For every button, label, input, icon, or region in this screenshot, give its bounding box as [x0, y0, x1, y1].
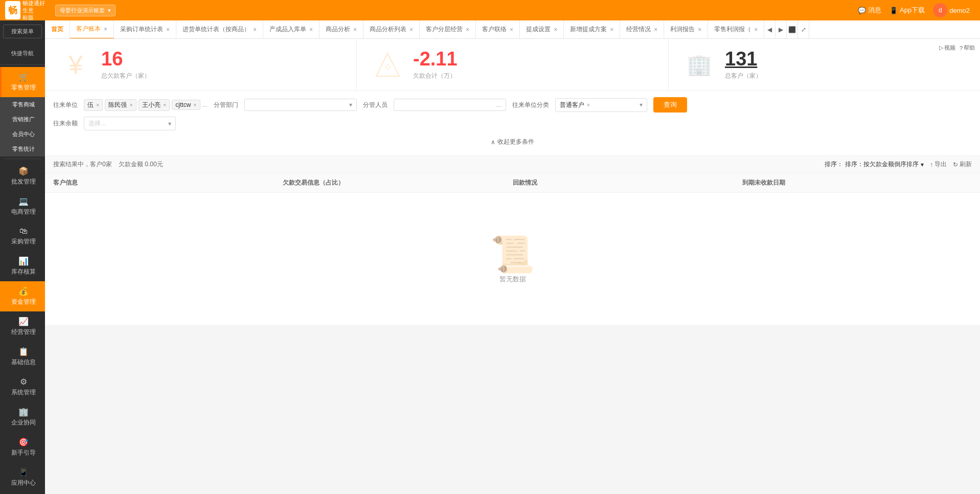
tab-expand-btn[interactable]: ⬛ — [787, 20, 798, 39]
filter-row-2: 往来余额 选择... ▾ — [53, 117, 972, 130]
sidebar-item-label: 电商管理 — [11, 208, 36, 216]
tab-customer-tier[interactable]: 客户分层经营 × — [420, 20, 476, 39]
sidebar-item-finance[interactable]: 💰 资金管理 — [0, 281, 45, 311]
tag-close-chen[interactable]: × — [129, 102, 132, 108]
tab-close-commission[interactable]: × — [554, 26, 557, 33]
tab-next-btn[interactable]: ▶ — [776, 20, 787, 39]
tab-label: 客户联络 — [482, 25, 507, 34]
unit-type-select[interactable]: 普通客户 × ▾ — [555, 98, 647, 112]
tab-home[interactable]: 首页 — [45, 20, 70, 39]
tab-close-profit[interactable]: × — [698, 26, 701, 33]
search-menu-btn[interactable]: 搜索菜单 — [3, 25, 42, 38]
sidebar-item-wholesale[interactable]: 📦 批发管理 — [0, 161, 45, 191]
sort-select[interactable]: 排序： 排序：按欠款金额倒序排序 ▾ — [825, 160, 924, 169]
tab-add-commission[interactable]: 新增提成方案 × — [564, 20, 620, 39]
query-button[interactable]: 查询 — [653, 97, 687, 113]
sidebar-item-operation[interactable]: 📈 经营管理 — [0, 311, 45, 342]
tab-close-inbound[interactable]: × — [253, 26, 257, 33]
tag-close-cjttcw[interactable]: × — [193, 102, 196, 108]
tab-fullscreen-btn[interactable]: ⤢ — [798, 20, 809, 39]
enterprise-icon: 🏢 — [18, 407, 29, 417]
message-btn[interactable]: 💬 消息 — [858, 6, 881, 15]
stat-info-1: 16 总欠款客户（家） — [101, 49, 341, 80]
tab-close-product[interactable]: × — [309, 26, 313, 33]
sidebar-item-marketing[interactable]: 营销推广 — [0, 112, 45, 127]
refresh-icon: ↻ — [953, 161, 958, 168]
sidebar-nav: 🛒 零售管理 零售商城 营销推广 会员中心 零售统计 📦 — [0, 65, 45, 494]
finance-icon: 💰 — [18, 286, 29, 296]
tab-close-retail-profit[interactable]: × — [754, 26, 758, 33]
stat-value-debt: -2.11 — [413, 49, 653, 69]
top-right: 💬 消息 📱 App下载 d demo2 — [858, 3, 975, 17]
sidebar-item-retail[interactable]: 🛒 零售管理 — [0, 67, 45, 97]
refresh-btn[interactable]: ↻ 刷新 — [953, 160, 972, 169]
tag-close-wu[interactable]: × — [96, 102, 99, 108]
tab-purchase-order-stat[interactable]: 采购订单统计表 × — [114, 20, 176, 39]
sidebar: 搜索菜单 快捷导航 🛒 零售管理 零售商城 营销推广 会员中心 — [0, 20, 45, 494]
sidebar-item-retail-stat[interactable]: 零售统计 — [0, 142, 45, 156]
sidebar-item-ecommerce[interactable]: 💻 电商管理 — [0, 191, 45, 221]
sidebar-item-label: 企业协同 — [11, 418, 36, 427]
svg-text:◇: ◇ — [384, 62, 390, 71]
sidebar-item-label: 新手引导 — [11, 448, 36, 457]
filter-area: 往来单位 伍 × 陈民强 × 王小亮 — [45, 91, 980, 156]
system-icon: ⚙ — [20, 377, 27, 387]
tab-goods-analysis[interactable]: 商品分析 × — [320, 20, 363, 39]
tab-close-customer-tier[interactable]: × — [466, 26, 469, 33]
tab-close-goods-list[interactable]: × — [409, 26, 413, 33]
sidebar-item-inventory[interactable]: 📊 库存核算 — [0, 251, 45, 281]
dept-select[interactable]: ▾ — [244, 99, 357, 111]
tab-close-add-commission[interactable]: × — [610, 26, 613, 33]
tab-customer-contact[interactable]: 客户联络 × — [476, 20, 520, 39]
tab-commission-settings[interactable]: 提成设置 × — [520, 20, 564, 39]
operation-icon: 📈 — [18, 317, 29, 326]
tab-profit-report[interactable]: 利润报告 × — [664, 20, 708, 39]
inventory-icon: 📊 — [18, 256, 29, 266]
tag-close-normal[interactable]: × — [587, 102, 590, 108]
tab-goods-analysis-list[interactable]: 商品分析列表 × — [363, 20, 420, 39]
data-table: 客户信息 欠款交易信息（占比） 回款情况 到期未收款日期 📜 暂无数据 — [45, 173, 980, 325]
tab-close-customer-ledger[interactable]: × — [104, 26, 107, 33]
app-download-btn[interactable]: 📱 App下载 — [890, 6, 925, 15]
tab-customer-ledger[interactable]: 客户账本 × — [70, 20, 114, 39]
balance-select[interactable]: 选择... ▾ — [84, 117, 176, 130]
col-header-repay: 回款情况 — [513, 178, 742, 187]
tab-prev-btn[interactable]: ◀ — [764, 20, 776, 39]
sidebar-item-enterprise[interactable]: 🏢 企业协同 — [0, 402, 45, 432]
col-header-customer: 客户信息 — [53, 178, 283, 187]
sidebar-item-retail-mall[interactable]: 零售商城 — [0, 97, 45, 112]
stat-icon-2: ◇ — [372, 50, 403, 80]
tag-close-wang[interactable]: × — [163, 102, 166, 108]
person-select[interactable]: ... — [394, 99, 506, 111]
tab-goods-inbound-stat[interactable]: 进货单统计表（按商品） × — [176, 20, 263, 39]
stat-icon-3: 🏢 — [684, 50, 715, 80]
tab-close-purchase[interactable]: × — [166, 26, 170, 33]
filter-collapse-btn[interactable]: ∧ 收起更多条件 — [491, 134, 534, 149]
account-selector[interactable]: 母婴行业演示账套 ▾ — [55, 5, 116, 16]
sidebar-item-basic[interactable]: 📋 基础信息 — [0, 342, 45, 372]
question-icon: ? — [960, 45, 963, 51]
tab-retail-profit[interactable]: 零售利润报（ × — [708, 20, 764, 39]
sidebar-item-purchase[interactable]: 🛍 采购管理 — [0, 221, 45, 251]
wholesale-icon: 📦 — [18, 166, 29, 176]
tab-product-inbound[interactable]: 产成品入库单 × — [263, 20, 320, 39]
sidebar-item-newguide[interactable]: 🎯 新手引导 — [0, 432, 45, 462]
app-container: 畅 畅捷通好生意 标版 母婴行业演示账套 ▾ 💬 消息 📱 App下载 d — [0, 0, 980, 494]
sidebar-item-appcenter[interactable]: 📱 应用中心 — [0, 462, 45, 492]
tab-close-operation[interactable]: × — [654, 26, 657, 33]
user-menu[interactable]: d demo2 — [933, 3, 970, 17]
newguide-icon: 🎯 — [18, 437, 29, 447]
tab-close-goods[interactable]: × — [353, 26, 357, 33]
tab-label: 采购订单统计表 — [120, 25, 163, 34]
more-tags-btn[interactable]: ... — [202, 101, 208, 108]
quick-nav-btn[interactable]: 快捷导航 — [3, 47, 42, 60]
balance-filter-label: 往来余额 — [53, 119, 78, 128]
help-btn[interactable]: ? 帮助 — [960, 44, 975, 52]
tab-close-contact[interactable]: × — [510, 26, 513, 33]
video-help-btn[interactable]: ▷ 视频 — [939, 44, 955, 52]
sidebar-item-member[interactable]: 会员中心 — [0, 127, 45, 142]
export-btn[interactable]: ↑ 导出 — [930, 160, 947, 169]
sidebar-item-system[interactable]: ⚙ 系统管理 — [0, 372, 45, 402]
tab-operation-status[interactable]: 经营情况 × — [620, 20, 664, 39]
filter-tag-wangxiaoliang: 王小亮 × — [139, 99, 170, 111]
